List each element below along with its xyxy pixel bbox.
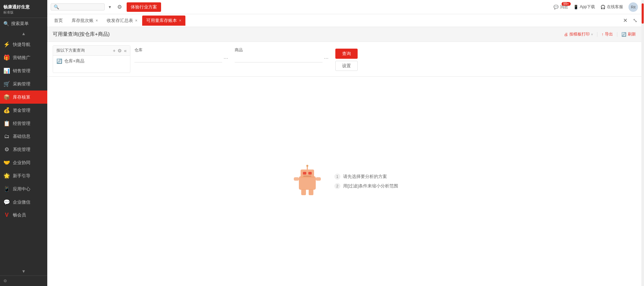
industry-btn[interactable]: 体验行业方案 [127,2,161,12]
enterprise-coop-icon: 🤝 [3,159,10,166]
settings-icon: ⚙ [117,4,122,10]
sidebar-item-quick-nav[interactable]: ⚡ 快捷导航 [0,38,47,51]
warehouse-filter-group: 仓库 ··· [134,47,229,62]
sidebar-item-onboarding[interactable]: 🌟 新手引导 [0,169,47,182]
headset-icon: 🎧 [600,5,606,9]
sidebar-item-finance[interactable]: 💰 资金管理 [0,104,47,117]
sidebar-item-label: 新手引导 [13,173,30,179]
sidebar-item-member[interactable]: V 畅会员 [0,209,47,222]
app-name: 畅康通好生意 [3,4,44,10]
right-scrollbar[interactable] [641,0,644,286]
sidebar-search-label: 搜索菜单 [11,21,29,27]
search-icon: 🔍 [3,21,9,26]
sidebar-item-label: 系统管理 [13,147,30,153]
app-center-icon: 📱 [3,186,10,192]
page-title: 可用量查询(按仓库+商品) [53,31,110,37]
sidebar-item-enterprise-wechat[interactable]: 💬 企业微信 [0,196,47,209]
tab-batch-account[interactable]: 库存批次账 × [68,16,102,26]
sidebar: 畅康通好生意 标准版 🔍 搜索菜单 ▲ ⚡ 快捷导航 🎁 营销推广 📊 销售管理… [0,0,47,286]
sidebar-item-operations[interactable]: 📋 经营管理 [0,117,47,130]
sidebar-nav: ⚡ 快捷导航 🎁 营销推广 📊 销售管理 🛒 采购管理 📦 库存核算 💰 [0,38,47,267]
warehouse-filter-input[interactable] [134,54,222,62]
topbar-search-input[interactable] [60,5,94,9]
sidebar-item-sales[interactable]: 📊 销售管理 [0,64,47,77]
message-badge: 99+ [562,2,571,6]
robot-svg [290,164,324,198]
marketing-icon: 🎁 [3,54,10,61]
svg-rect-7 [294,177,299,181]
scheme-add-btn[interactable]: + [113,48,115,53]
tip-text-1: 请先选择要分析的方案 [343,174,387,180]
refresh-icon: 🔄 [621,32,626,37]
product-filter-label: 商品 [235,47,330,53]
tab-available-stock-close[interactable]: × [179,18,181,23]
close-window-btn[interactable]: ✕ [622,17,629,24]
page-header-actions: 🖨 按模板打印 ▾ ↑ 导出 🔄 刷新 [564,31,636,37]
print-btn[interactable]: 🖨 按模板打印 ▾ [564,31,593,37]
sidebar-item-purchase[interactable]: 🛒 采购管理 [0,77,47,90]
sidebar-item-label: 快捷导航 [13,42,30,48]
tab-batch-account-close[interactable]: × [96,18,98,23]
message-btn[interactable]: 💬 消息 99+ [553,4,568,10]
svg-rect-3 [308,172,312,175]
inventory-icon: 📦 [3,94,10,100]
divider1 [597,32,597,37]
query-area: 按以下方案查询 + ⚙ « 🔄 仓库+商品 仓 [47,42,641,77]
scheme-item-warehouse-product[interactable]: 🔄 仓库+商品 [53,56,130,67]
topbar-search-area[interactable]: 🔍 [51,3,105,10]
app-download-btn[interactable]: 📱 App下载 [573,4,595,10]
topbar-dropdown-btn[interactable]: ▾ [107,4,112,10]
tab-collect-summary[interactable]: 收发存汇总表 × [103,16,141,26]
scheme-panel-actions: + ⚙ « [113,48,127,53]
scrollbar-thumb[interactable] [642,3,644,24]
scheme-panel-header: 按以下方案查询 + ⚙ « [53,46,130,56]
finance-icon: 💰 [3,107,10,113]
topbar: 🔍 ▾ ⚙ 体验行业方案 💬 消息 99+ 📱 App下载 [47,0,641,14]
sidebar-item-app-center[interactable]: 📱 应用中心 [0,182,47,196]
gear-icon: ⚙ [3,279,7,283]
user-avatar[interactable]: Rit [628,2,638,12]
scheme-settings-btn[interactable]: ⚙ [118,48,122,53]
scheme-collapse-btn[interactable]: « [124,48,127,53]
sidebar-item-enterprise-coop[interactable]: 🤝 企业协同 [0,156,47,169]
empty-tips: 1 请先选择要分析的方案 2 用[过滤]条件来缩小分析范围 [334,174,398,189]
sidebar-item-system[interactable]: ⚙ 系统管理 [0,143,47,156]
sidebar-scroll-up[interactable]: ▲ [0,29,47,38]
svg-rect-1 [301,170,314,178]
sidebar-item-inventory[interactable]: 📦 库存核算 [0,90,47,104]
quick-nav-icon: ⚡ [3,41,10,48]
avatar: Rit [628,2,638,12]
tab-window-controls: ✕ ⤡ [622,17,639,24]
tab-available-stock[interactable]: 可用量库存账本 × [142,16,185,26]
topbar-settings-btn[interactable]: ⚙ [115,3,124,11]
sidebar-scroll-down[interactable]: ▼ [0,267,47,276]
export-btn[interactable]: ↑ 导出 [601,31,613,37]
warehouse-filter-dots[interactable]: ··· [222,55,229,61]
tab-collect-summary-close[interactable]: × [135,18,137,23]
tip-num-2: 2 [334,183,340,189]
online-service-btn[interactable]: 🎧 在线客服 [600,4,623,10]
expand-window-btn[interactable]: ⤡ [632,17,639,24]
sidebar-item-label: 销售管理 [13,68,30,74]
sidebar-item-marketing[interactable]: 🎁 营销推广 [0,51,47,64]
sidebar-item-label: 经营管理 [13,121,30,127]
print-dropdown-icon: ▾ [591,32,593,37]
sidebar-item-label: 采购管理 [13,81,30,87]
product-filter-input[interactable] [235,54,323,62]
action-buttons: 查询 设置 [335,47,358,71]
tab-home[interactable]: 首页 [50,16,67,26]
sidebar-search[interactable]: 🔍 搜索菜单 [0,18,47,29]
sidebar-item-label: 营销推广 [13,55,30,61]
query-button[interactable]: 查询 [335,49,358,59]
refresh-label: 刷新 [628,31,636,37]
scheme-panel-label: 按以下方案查询 [56,48,85,53]
sidebar-footer[interactable]: ⚙ [0,276,47,286]
sidebar-item-base-info[interactable]: 🗂 基础信息 [0,130,47,143]
refresh-btn[interactable]: 🔄 刷新 [621,31,636,37]
print-label: 按模板打印 [569,31,590,37]
tab-collect-summary-label: 收发存汇总表 [107,18,133,24]
settings-button[interactable]: 设置 [335,61,358,71]
sidebar-item-label: 库存核算 [13,94,30,100]
product-filter-dots[interactable]: ··· [323,55,330,61]
printer-icon: 🖨 [564,32,568,37]
